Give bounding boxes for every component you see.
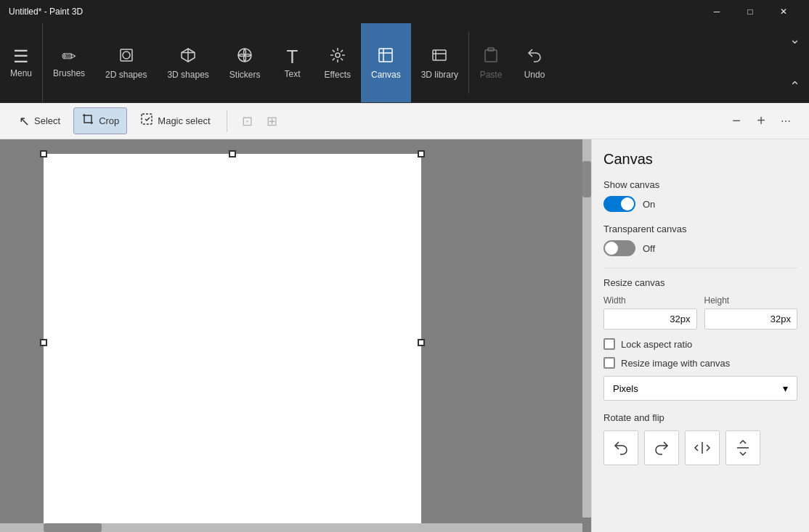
horizontal-scrollbar[interactable] xyxy=(0,523,582,532)
rotate-left-button[interactable] xyxy=(603,430,638,465)
lock-aspect-ratio-checkbox[interactable] xyxy=(603,338,615,350)
stickers-label: Stickers xyxy=(229,70,261,80)
width-group: Width xyxy=(603,295,697,330)
unit-dropdown-value: Pixels xyxy=(613,383,638,394)
svg-rect-15 xyxy=(433,50,446,60)
toolbar-item-stickers[interactable]: Stickers xyxy=(219,23,271,102)
menu-icon: ☰ xyxy=(13,48,29,65)
zoom-in-button[interactable]: + xyxy=(749,110,773,133)
subtool-select[interactable]: ↖ Select xyxy=(12,109,68,134)
subtool-btn-2[interactable]: ⊞ xyxy=(261,110,284,133)
handle-mid-right[interactable] xyxy=(418,339,425,346)
handle-top-right[interactable] xyxy=(418,150,425,157)
toolbar-item-3dshapes[interactable]: 3D shapes xyxy=(157,23,219,102)
flip-vertical-button[interactable] xyxy=(725,430,760,465)
resize-image-checkbox[interactable] xyxy=(603,357,615,369)
subtool-crop-label: Crop xyxy=(99,115,119,126)
toolbar-item-3dlibrary[interactable]: 3D library xyxy=(411,23,468,102)
undo-label: Undo xyxy=(524,70,545,80)
subtool-btn-1[interactable]: ⊡ xyxy=(236,110,259,133)
height-label: Height xyxy=(704,295,798,306)
show-canvas-toggle[interactable] xyxy=(603,196,635,212)
transparent-canvas-toggle-label: Off xyxy=(643,243,655,254)
lock-aspect-ratio-row: Lock aspect ratio xyxy=(603,338,797,350)
subtool-magic-select-label: Magic select xyxy=(158,115,210,126)
svg-line-8 xyxy=(333,49,335,52)
titlebar-title: Untitled* - Paint 3D xyxy=(9,7,700,17)
rotate-buttons-group xyxy=(603,430,797,465)
zoom-out-button[interactable]: − xyxy=(725,110,748,133)
toolbar-item-menu[interactable]: ☰ Menu xyxy=(0,23,43,102)
handle-top-mid[interactable] xyxy=(229,150,236,157)
3dshapes-icon xyxy=(179,46,197,67)
3dshapes-label: 3D shapes xyxy=(167,70,208,80)
brushes-icon: ✏ xyxy=(62,48,76,65)
height-input[interactable] xyxy=(704,308,798,330)
handle-top-left[interactable] xyxy=(40,150,47,157)
right-panel: Canvas Show canvas On Transparent canvas… xyxy=(591,139,809,532)
subtool-magic-select[interactable]: Magic select xyxy=(133,108,217,134)
undo-icon xyxy=(526,46,543,67)
select-icon: ↖ xyxy=(19,113,30,129)
svg-line-9 xyxy=(341,58,343,60)
toolbar-expand-button[interactable]: ⌄ xyxy=(783,28,806,51)
more-options-button[interactable]: ⋯ xyxy=(774,110,797,133)
crop-icon xyxy=(81,112,94,129)
transparent-canvas-label: Transparent canvas xyxy=(603,224,797,234)
horizontal-scrollbar-thumb[interactable] xyxy=(44,523,102,532)
canvas-wrapper xyxy=(44,154,421,531)
main-area: Canvas Show canvas On Transparent canvas… xyxy=(0,139,809,532)
svg-rect-19 xyxy=(485,50,497,62)
subtool-crop[interactable]: Crop xyxy=(73,107,127,134)
paste-label: Paste xyxy=(480,70,503,80)
dropdown-chevron-icon: ▾ xyxy=(783,382,788,394)
titlebar-controls: ─ □ ✕ xyxy=(700,0,800,23)
magic-select-icon xyxy=(140,112,153,129)
rotate-flip-label: Rotate and flip xyxy=(603,412,797,423)
panel-divider-1 xyxy=(603,268,797,269)
rotate-right-button[interactable] xyxy=(644,430,679,465)
vertical-scrollbar[interactable] xyxy=(582,139,591,517)
height-group: Height xyxy=(704,295,798,330)
paste-icon xyxy=(482,46,500,67)
3dlibrary-label: 3D library xyxy=(421,70,458,80)
subtool-separator xyxy=(227,110,227,132)
brushes-label: Brushes xyxy=(53,68,85,78)
toolbar-item-2dshapes[interactable]: 2D shapes xyxy=(95,23,157,102)
transparent-canvas-toggle[interactable] xyxy=(603,240,635,256)
flip-horizontal-button[interactable] xyxy=(685,430,720,465)
unit-dropdown[interactable]: Pixels ▾ xyxy=(603,376,797,401)
maximize-button[interactable]: □ xyxy=(733,0,767,23)
toolbar-overflow-area: ⌄ ⌃ xyxy=(780,23,809,102)
3dlibrary-icon xyxy=(431,46,448,67)
toolbar-item-brushes[interactable]: ✏ Brushes xyxy=(43,23,95,102)
titlebar: Untitled* - Paint 3D ─ □ ✕ xyxy=(0,0,809,23)
canvas-surface[interactable] xyxy=(44,154,421,531)
panel-title: Canvas xyxy=(603,151,797,168)
text-icon: T xyxy=(287,47,298,66)
sub-toolbar: ↖ Select Crop Magic select ⊡ ⊞ − + ⋯ xyxy=(0,103,809,139)
handle-mid-left[interactable] xyxy=(40,339,47,346)
toolbar-collapse-button[interactable]: ⌃ xyxy=(783,75,806,98)
toolbar-item-text[interactable]: T Text xyxy=(271,23,314,102)
width-label: Width xyxy=(603,295,697,306)
text-label: Text xyxy=(284,69,300,79)
svg-line-11 xyxy=(333,58,335,60)
canvas-label: Canvas xyxy=(371,70,401,80)
toolbar-item-undo[interactable]: Undo xyxy=(513,23,556,102)
show-canvas-label: Show canvas xyxy=(603,179,797,190)
vertical-scrollbar-thumb[interactable] xyxy=(582,161,591,197)
toolbar-item-canvas[interactable]: Canvas xyxy=(361,23,411,102)
2dshapes-label: 2D shapes xyxy=(105,70,147,80)
2dshapes-icon xyxy=(118,46,135,67)
minimize-button[interactable]: ─ xyxy=(700,0,733,23)
resize-canvas-label: Resize canvas xyxy=(603,277,797,288)
width-input[interactable] xyxy=(603,308,697,330)
dimension-row: Width Height xyxy=(603,295,797,330)
toolbar-item-effects[interactable]: Effects xyxy=(314,23,361,102)
resize-image-label: Resize image with canvas xyxy=(621,358,730,369)
canvas-icon xyxy=(377,46,394,67)
svg-rect-12 xyxy=(379,49,392,62)
toolbar-item-paste[interactable]: Paste xyxy=(469,23,513,102)
close-button[interactable]: ✕ xyxy=(767,0,800,23)
